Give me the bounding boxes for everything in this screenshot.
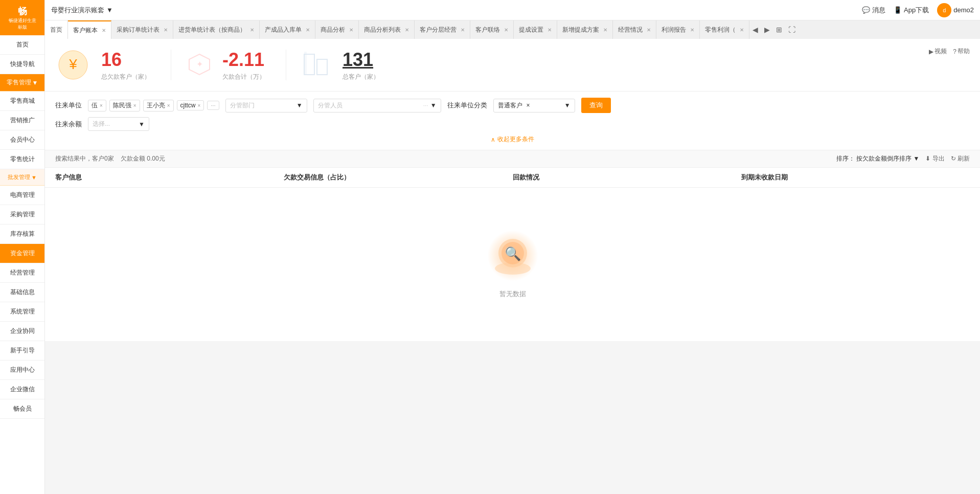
- result-text: 搜索结果中，客户0家 欠款金额 0.00元: [55, 154, 165, 163]
- stat-divider-1: [171, 50, 171, 80]
- sidebar-item-retail-stats[interactable]: 零售统计: [0, 150, 44, 169]
- app-download-btn[interactable]: 📱 App下载: [894, 6, 929, 15]
- stat-debt-customers: 16 总欠款客户（家）: [101, 49, 171, 81]
- tag-close-0[interactable]: ×: [100, 103, 103, 108]
- sidebar-item-ecommerce[interactable]: 电商管理: [0, 186, 44, 205]
- tab-customer-contact[interactable]: 客户联络 ✕: [470, 20, 514, 39]
- tab-production-inbound-close[interactable]: ✕: [306, 27, 310, 33]
- sidebar-item-vip-member[interactable]: 畅会员: [0, 399, 44, 419]
- sidebar-item-batch-mgmt[interactable]: 批发管理 ▼: [0, 169, 44, 186]
- sidebar-item-finance[interactable]: 资金管理: [0, 244, 44, 263]
- tab-retail-profit-label: 零售利润（: [705, 26, 736, 34]
- collapse-btn[interactable]: ∧ 收起更多条件: [491, 135, 534, 144]
- svg-text:✦: ✦: [196, 60, 203, 69]
- query-btn[interactable]: 查询: [581, 98, 611, 113]
- tab-customer-contact-close[interactable]: ✕: [504, 27, 508, 33]
- filter-row-2: 往来余额 选择... ▼: [55, 117, 970, 131]
- sidebar-item-system[interactable]: 系统管理: [0, 302, 44, 322]
- tag-close-3[interactable]: ×: [198, 103, 201, 108]
- tab-commission-settings[interactable]: 提成设置 ✕: [514, 20, 557, 39]
- video-btn[interactable]: ▶ 视频: [929, 47, 947, 56]
- export-icon: ⬇: [925, 155, 930, 162]
- tab-production-inbound[interactable]: 产成品入库单 ✕: [260, 20, 315, 39]
- tabs-more-btn[interactable]: ⊞: [773, 26, 785, 34]
- sort-value[interactable]: 按欠款金额倒序排序: [856, 155, 911, 162]
- tab-customers[interactable]: 客户账本 ✕: [68, 20, 111, 39]
- export-btn[interactable]: ⬇ 导出: [925, 154, 944, 163]
- sidebar-item-inventory[interactable]: 库存核算: [0, 224, 44, 244]
- content-area: ¥ 16 总欠款客户（家） ✦ -2.11 欠款合计（万）: [45, 39, 980, 494]
- svg-text:🔍: 🔍: [505, 245, 521, 262]
- filter-tag-1[interactable]: 陈民强 ×: [109, 100, 140, 111]
- sidebar-item-new-guide[interactable]: 新手引导: [0, 341, 44, 361]
- result-bar: 搜索结果中，客户0家 欠款金额 0.00元 排序： 按欠款金额倒序排序 ▼ ⬇ …: [45, 150, 980, 168]
- sidebar-item-enterprise-wechat[interactable]: 企业微信: [0, 380, 44, 399]
- store-selector[interactable]: 母婴行业演示账套 ▼: [51, 6, 113, 15]
- tab-purchase-stats[interactable]: 进货单统计表（按商品） ✕: [173, 20, 260, 39]
- tab-operations[interactable]: 经营情况 ✕: [613, 20, 656, 39]
- tab-product-analysis[interactable]: 商品分析 ✕: [315, 20, 359, 39]
- tab-commission-settings-close[interactable]: ✕: [548, 27, 552, 33]
- tabs-maximize-btn[interactable]: ⛶: [785, 26, 799, 34]
- unit-class-close[interactable]: ×: [527, 102, 530, 109]
- filter-tag-3[interactable]: cjttcw ×: [177, 100, 204, 110]
- tab-new-commission-plan[interactable]: 新增提成方案 ✕: [557, 20, 613, 39]
- person-filter-label: 分管人员: [318, 101, 343, 110]
- tab-commission-settings-label: 提成设置: [519, 26, 543, 34]
- sidebar-item-purchase[interactable]: 采购管理: [0, 205, 44, 224]
- sidebar-item-enterprise-coop[interactable]: 企业协同: [0, 322, 44, 341]
- tab-profit-report-close[interactable]: ✕: [690, 27, 694, 33]
- dept-filter[interactable]: 分管部门 ▼: [225, 99, 307, 113]
- tab-customers-close[interactable]: ✕: [102, 28, 106, 33]
- help-btn[interactable]: ? 帮助: [953, 47, 970, 56]
- tab-retail-profit[interactable]: 零售利润（ ✕: [700, 20, 749, 39]
- user-menu[interactable]: d demo2: [937, 3, 974, 17]
- tab-product-analysis-close[interactable]: ✕: [349, 27, 353, 33]
- tab-purchase-stats-close[interactable]: ✕: [250, 27, 254, 33]
- sidebar-item-app-center[interactable]: 应用中心: [0, 361, 44, 380]
- sidebar-item-basic-info[interactable]: 基础信息: [0, 283, 44, 302]
- sidebar-item-home[interactable]: 首页: [0, 35, 44, 55]
- filter-tag-2[interactable]: 王小亮 ×: [143, 100, 174, 111]
- tab-customers-label: 客户账本: [73, 26, 98, 35]
- sidebar-item-marketing[interactable]: 营销推广: [0, 111, 44, 130]
- tab-customer-segment-close[interactable]: ✕: [461, 27, 465, 33]
- unit-class-filter[interactable]: 普通客户 × ▼: [493, 99, 575, 113]
- tag-close-2[interactable]: ×: [167, 103, 170, 108]
- page-icon-right: [302, 49, 332, 81]
- sidebar-item-quick-nav[interactable]: 快捷导航: [0, 55, 44, 74]
- tab-product-analysis-list-close[interactable]: ✕: [405, 27, 409, 33]
- tab-customer-segment[interactable]: 客户分层经营 ✕: [415, 20, 470, 39]
- tabs-next-btn[interactable]: ▶: [761, 26, 773, 34]
- sidebar-item-operations-mgmt[interactable]: 经营管理: [0, 263, 44, 283]
- tab-new-commission-plan-label: 新增提成方案: [562, 26, 599, 34]
- tabs-prev-btn[interactable]: ◀: [749, 26, 761, 34]
- help-icon: ?: [953, 48, 956, 55]
- play-icon: ▶: [929, 48, 933, 55]
- message-btn[interactable]: 💬 消息: [862, 6, 885, 15]
- table-body: 🔍 暂无数据: [45, 188, 980, 341]
- refresh-btn[interactable]: ↻ 刷新: [951, 154, 970, 163]
- debt-total-label: 欠款合计（万）: [222, 73, 265, 81]
- person-chevron: ▼: [430, 102, 437, 109]
- sidebar-item-retail-mall[interactable]: 零售商城: [0, 92, 44, 111]
- tab-product-analysis-list[interactable]: 商品分析列表 ✕: [359, 20, 415, 39]
- total-customers-value: 131: [343, 49, 373, 71]
- tab-purchase-orders-close[interactable]: ✕: [164, 27, 168, 33]
- balance-filter[interactable]: 选择... ▼: [88, 117, 149, 131]
- filter-tag-0[interactable]: 伍 ×: [88, 100, 106, 111]
- tab-home[interactable]: 首页: [45, 20, 68, 39]
- tab-operations-close[interactable]: ✕: [647, 27, 651, 33]
- sidebar-item-member-center[interactable]: 会员中心: [0, 130, 44, 150]
- sidebar: 畅 畅捷通好生意 标版 首页 快捷导航 零售管理 ▼ 零售商城 营销推广 会员中…: [0, 0, 45, 494]
- debt-customers-label: 总欠款客户（家）: [101, 73, 150, 81]
- sidebar-item-retail[interactable]: 零售管理 ▼: [0, 74, 44, 92]
- tab-profit-report[interactable]: 利润报告 ✕: [656, 20, 700, 39]
- tab-purchase-orders[interactable]: 采购订单统计表 ✕: [111, 20, 173, 39]
- tab-retail-profit-close[interactable]: ✕: [740, 27, 744, 33]
- person-filter[interactable]: 分管人员 ··· ▼: [313, 99, 441, 113]
- filter-tag-more[interactable]: ···: [207, 101, 219, 110]
- col-debt-info: 欠款交易信息（占比）: [284, 173, 512, 182]
- tag-close-1[interactable]: ×: [133, 103, 136, 108]
- tab-new-commission-plan-close[interactable]: ✕: [603, 27, 607, 33]
